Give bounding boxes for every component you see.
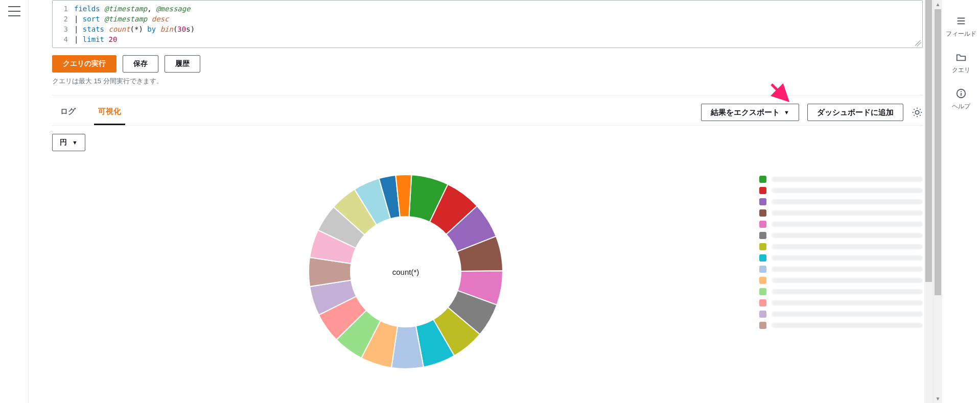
legend-item[interactable] [759, 219, 923, 230]
main-scrollbar[interactable] [924, 0, 933, 403]
chevron-down-icon: ▼ [72, 139, 78, 146]
legend-item[interactable] [759, 309, 923, 320]
legend-label-redacted [772, 177, 923, 182]
right-scrollbar[interactable]: ▲ ▼ [934, 0, 942, 403]
legend-item[interactable] [759, 196, 923, 207]
rail-help[interactable]: ヘルプ [952, 88, 970, 111]
rail-queries[interactable]: クエリ [952, 52, 970, 75]
run-query-button[interactable]: クエリの実行 [52, 55, 116, 73]
legend-swatch [759, 311, 766, 318]
chart-legend [759, 161, 923, 403]
menu-toggle-icon[interactable] [8, 6, 20, 16]
editor-line-gutter: 1 2 3 4 [53, 4, 74, 44]
folder-icon [955, 52, 967, 63]
query-actions: クエリの実行 保存 履歴 [52, 55, 923, 73]
donut-chart: count(*) [52, 161, 759, 403]
right-rail: ▲ ▼ フィールド クエリ ヘルプ [933, 0, 980, 403]
legend-swatch [759, 198, 766, 205]
editor-code[interactable]: fields @timestamp, @message | sort @time… [74, 4, 922, 44]
legend-item[interactable] [759, 230, 923, 241]
save-button[interactable]: 保存 [123, 55, 158, 73]
legend-swatch [759, 266, 766, 273]
legend-item[interactable] [759, 286, 923, 297]
legend-label-redacted [772, 222, 923, 227]
legend-swatch [759, 243, 766, 250]
legend-item[interactable] [759, 275, 923, 286]
legend-item[interactable] [759, 185, 923, 196]
legend-label-redacted [772, 255, 923, 260]
svg-point-3 [961, 91, 962, 92]
chart-center-label: count(*) [392, 268, 419, 276]
main-panel: 1 2 3 4 fields @timestamp, @message | so… [29, 0, 933, 403]
info-icon [955, 88, 967, 99]
add-to-dashboard-button[interactable]: ダッシュボードに追加 [807, 104, 903, 121]
chart-type-row: 円 ▼ [52, 134, 923, 151]
svg-rect-4 [961, 93, 962, 96]
chevron-down-icon: ▼ [784, 109, 789, 115]
legend-label-redacted [772, 267, 923, 272]
legend-swatch [759, 322, 766, 329]
tab-visualize[interactable]: 可視化 [94, 100, 125, 125]
legend-label-redacted [772, 199, 923, 204]
legend-item[interactable] [759, 320, 923, 331]
query-editor[interactable]: 1 2 3 4 fields @timestamp, @message | so… [52, 0, 923, 48]
legend-label-redacted [772, 323, 923, 328]
results-tabs: ログ 可視化 [52, 100, 125, 125]
chart-area: count(*) [52, 161, 923, 403]
legend-label-redacted [772, 278, 923, 283]
legend-label-redacted [772, 233, 923, 238]
editor-resize-handle[interactable] [915, 40, 921, 46]
legend-swatch [759, 221, 766, 228]
legend-item[interactable] [759, 207, 923, 219]
legend-swatch [759, 187, 766, 194]
legend-swatch [759, 232, 766, 239]
legend-swatch [759, 277, 766, 284]
legend-item[interactable] [759, 252, 923, 264]
chart-type-label: 円 [60, 138, 67, 147]
legend-swatch [759, 176, 766, 183]
legend-swatch [759, 288, 766, 295]
legend-label-redacted [772, 300, 923, 305]
legend-label-redacted [772, 210, 923, 216]
left-nav-rail [0, 0, 29, 403]
svg-line-1 [772, 84, 786, 99]
export-results-button[interactable]: 結果をエクスポート ▼ [701, 104, 799, 121]
legend-swatch [759, 254, 766, 262]
legend-item[interactable] [759, 174, 923, 185]
legend-label-redacted [772, 188, 923, 193]
legend-item[interactable] [759, 241, 923, 252]
legend-label-redacted [772, 289, 923, 294]
rail-fields[interactable]: フィールド [946, 15, 976, 38]
legend-swatch [759, 299, 766, 306]
gear-icon[interactable] [912, 107, 923, 118]
tab-logs[interactable]: ログ [56, 100, 80, 125]
query-hint: クエリは最大 15 分間実行できます。 [52, 77, 923, 86]
results-header: ログ 可視化 結果をエクスポート ▼ ダッシュボードに追加 [52, 96, 923, 125]
legend-label-redacted [772, 244, 923, 249]
legend-label-redacted [772, 312, 923, 317]
legend-item[interactable] [759, 264, 923, 275]
legend-swatch [759, 209, 766, 217]
export-results-label: 結果をエクスポート [711, 108, 780, 117]
chart-type-select[interactable]: 円 ▼ [52, 134, 85, 151]
history-button[interactable]: 履歴 [165, 55, 200, 73]
hamburger-icon [955, 15, 967, 27]
legend-item[interactable] [759, 297, 923, 309]
